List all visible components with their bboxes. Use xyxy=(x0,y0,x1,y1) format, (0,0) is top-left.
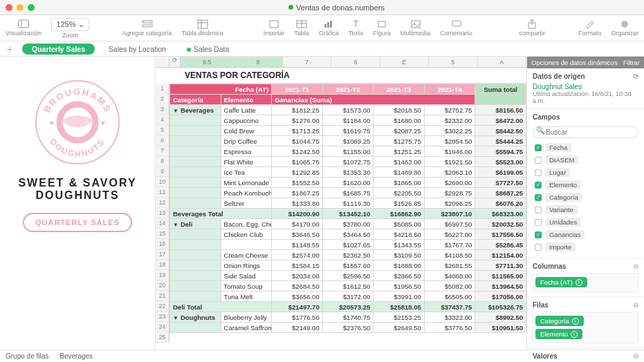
table-row[interactable]: Mint Lemonade$1552.50$1620.00$1865.00$26… xyxy=(170,178,526,188)
checkbox-icon[interactable] xyxy=(535,207,542,213)
row-number[interactable]: 15 xyxy=(156,229,169,239)
table-row[interactable]: Flat White$1065.75$1072.75$1463.00$1921.… xyxy=(170,157,526,167)
table-row[interactable]: $1148.55$1027.65$1343.55$1767.70$5286.45 xyxy=(170,240,526,250)
row-number[interactable]: 2 xyxy=(156,94,169,104)
row-number[interactable]: 11 xyxy=(156,187,169,198)
col-header[interactable]: 8 xyxy=(234,57,282,67)
field-row-elemento[interactable]: ✓Elemento xyxy=(533,179,638,191)
info-icon[interactable]: i xyxy=(576,279,582,286)
row-number[interactable]: 22 xyxy=(156,301,169,312)
remove-icon[interactable]: ⊖ xyxy=(633,301,638,309)
add-sheet-button[interactable]: + xyxy=(4,44,15,55)
table-row[interactable]: Tomato Soup$2684.50$1612.50$1956.50$5082… xyxy=(170,281,526,292)
col-header[interactable]: 5 xyxy=(429,57,477,67)
tab-sales-data[interactable]: Sales Data xyxy=(180,44,236,55)
subtotal-row[interactable]: Beverages Total$14200.90$13452.10$16862.… xyxy=(170,209,526,219)
row-number[interactable]: 23 xyxy=(156,312,169,322)
checkbox-icon[interactable] xyxy=(535,157,542,164)
table-row[interactable]: Onion Rings$1584.15$1557.60$1888.00$2681… xyxy=(170,260,526,271)
table-row[interactable]: Side Salad$2034.00$2596.50$2866.50$4068.… xyxy=(170,271,526,281)
table-row[interactable]: Ice Tea$1292.85$1353.30$1489.80$2063.10$… xyxy=(170,167,526,178)
row-number[interactable]: 4 xyxy=(156,115,169,125)
table-row[interactable]: ▼DoughnutsBlueberry Jelly$1776.50$1740.7… xyxy=(170,312,526,323)
pivot-options-tab[interactable]: Opciones de datos dinámicos xyxy=(531,59,618,66)
row-number[interactable]: 19 xyxy=(156,270,169,280)
chip-fecha[interactable]: Fecha (AT)i xyxy=(535,277,587,287)
close-icon[interactable] xyxy=(6,4,12,11)
chart-button[interactable]: Gráfica xyxy=(319,19,339,37)
table-row[interactable]: Tuna Melt$3656.00$3172.00$3991.00$6505.0… xyxy=(170,292,526,302)
organize-button[interactable]: Organizar xyxy=(611,19,638,37)
remove-icon[interactable]: ⊖ xyxy=(633,352,638,360)
format-button[interactable]: Formato xyxy=(578,19,602,37)
minimize-icon[interactable] xyxy=(17,4,24,11)
quarterly-sales-button[interactable]: QUARTERLY SALES xyxy=(23,213,132,232)
comment-button[interactable]: Comentario xyxy=(440,19,472,37)
table-row[interactable]: Chicken Club$3646.50$3464.50$4218.50$622… xyxy=(170,229,526,240)
info-icon[interactable]: i xyxy=(571,331,578,338)
table-row[interactable]: Cappuccino$1276.00$1184.00$1680.00$2332.… xyxy=(170,115,526,126)
table-button[interactable]: Tabla xyxy=(294,19,309,37)
row-number[interactable]: 1 xyxy=(156,84,169,94)
table-row[interactable]: ▼DeliBacon, Egg, Cheese$4170.00$3780.00$… xyxy=(170,219,526,229)
checkbox-icon[interactable] xyxy=(535,169,542,176)
chip-elemento[interactable]: Elementoi xyxy=(535,329,582,339)
row-number[interactable]: 14 xyxy=(156,218,169,229)
table-row[interactable]: Caramel Saffron$2149.00$2376.50$2649.50$… xyxy=(170,323,526,333)
table-row[interactable]: ▼BeveragesCaffe Latte$1812.25$1573.00$20… xyxy=(170,105,526,115)
add-category-button[interactable]: Agregar categoría xyxy=(122,19,172,37)
row-number[interactable]: 5 xyxy=(156,125,169,135)
row-number[interactable]: 8 xyxy=(156,156,169,166)
table-row[interactable]: Drip Coffee$1044.75$1069.25$1275.75$2054… xyxy=(170,136,526,146)
row-number[interactable]: 17 xyxy=(156,249,169,260)
columns-dropzone[interactable]: Fecha (AT)i xyxy=(533,273,638,292)
gear-col-icon[interactable]: ⟳ xyxy=(169,57,181,67)
checkbox-icon[interactable]: ✓ xyxy=(535,194,542,201)
row-number[interactable]: 7 xyxy=(156,146,169,156)
col-header[interactable]: 6 xyxy=(331,57,380,67)
row-number[interactable]: 24 xyxy=(156,322,169,332)
chip-categoria[interactable]: Categoríai xyxy=(535,316,584,326)
spreadsheet[interactable]: ⟳ 9.5 8 7 6 E 5 A VENTAS POR CATEGORÍA 1… xyxy=(156,57,526,350)
checkbox-icon[interactable] xyxy=(535,219,542,226)
text-button[interactable]: T Texto xyxy=(349,19,364,37)
row-number[interactable]: 6 xyxy=(156,135,169,146)
col-header[interactable]: A xyxy=(478,57,526,67)
grid[interactable]: Fecha (AT) 2021-T1 2021-T2 2021-T3 2021-… xyxy=(169,84,526,343)
field-row-unidades[interactable]: Unidades xyxy=(533,216,638,228)
col-header[interactable]: 9.5 xyxy=(181,57,234,67)
field-row-ganancias[interactable]: ✓Ganancias xyxy=(533,229,638,240)
field-row-importe[interactable]: Importe xyxy=(533,241,638,253)
field-row-variante[interactable]: Variante xyxy=(533,204,638,216)
info-icon[interactable]: i xyxy=(572,318,579,325)
col-header[interactable]: 7 xyxy=(283,57,331,67)
remove-icon[interactable]: ⊖ xyxy=(633,263,638,270)
filter-tab[interactable]: Filtrar xyxy=(623,59,640,66)
row-number[interactable]: 25 xyxy=(156,332,169,343)
row-number[interactable]: 13 xyxy=(156,208,169,218)
insert-button[interactable]: Insertar xyxy=(264,19,285,37)
row-number[interactable]: 12 xyxy=(156,198,169,208)
row-number[interactable]: 3 xyxy=(156,104,169,115)
checkbox-icon[interactable]: ✓ xyxy=(535,182,542,189)
checkbox-icon[interactable] xyxy=(535,244,542,251)
field-row-categoría[interactable]: ✓Categoría xyxy=(533,191,638,203)
table-row[interactable]: Espresso$1242.50$1155.00$1251.25$1946.00… xyxy=(170,146,526,157)
row-number[interactable]: 16 xyxy=(156,239,169,249)
row-number[interactable]: 10 xyxy=(156,177,169,187)
field-row-fecha[interactable]: ✓Fecha xyxy=(533,142,638,153)
share-button[interactable]: compartir xyxy=(519,19,545,37)
tab-quarterly-sales[interactable]: Quarterly Sales xyxy=(22,44,95,55)
row-number[interactable]: 21 xyxy=(156,291,169,301)
col-header[interactable]: E xyxy=(380,57,429,67)
shape-button[interactable]: Figura xyxy=(373,19,391,37)
rows-dropzone[interactable]: Categoríai Elementoi xyxy=(533,312,638,343)
tab-sales-by-location[interactable]: Sales by Location xyxy=(102,44,173,55)
fullscreen-icon[interactable] xyxy=(28,4,35,11)
field-row-lugar[interactable]: Lugar xyxy=(533,166,638,178)
view-button[interactable]: Visualización xyxy=(6,19,42,37)
row-number[interactable]: 18 xyxy=(156,260,169,270)
table-row[interactable]: Cold Brew$1713.25$1619.75$2087.25$3022.2… xyxy=(170,126,526,136)
media-button[interactable]: Multimedia xyxy=(401,19,431,37)
subtotal-row[interactable]: Deli Total$21497.70$20573.25$25818.05$37… xyxy=(170,302,526,312)
